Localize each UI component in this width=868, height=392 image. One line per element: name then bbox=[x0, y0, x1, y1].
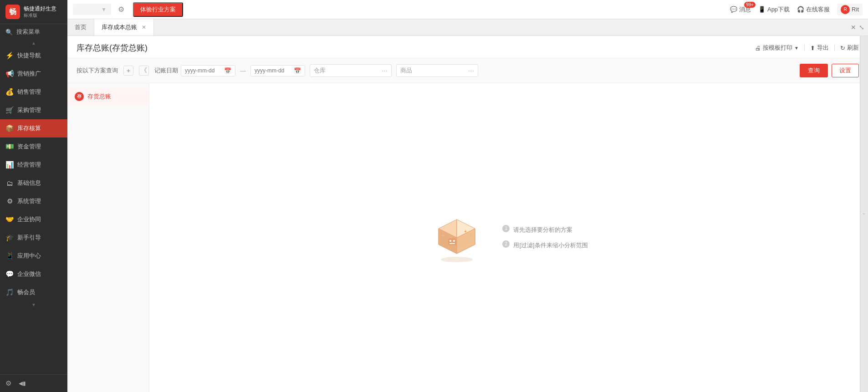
app-logo-icon: 畅 bbox=[5, 5, 20, 19]
sidebar-item-operations[interactable]: 📊 经营管理 bbox=[0, 156, 67, 174]
footer-fold-icon[interactable]: ◀▮ bbox=[19, 380, 26, 387]
sidebar-footer: ⚙ ◀▮ bbox=[0, 374, 67, 392]
system-icon: ⚙ bbox=[5, 197, 14, 205]
sidebar-item-marketing[interactable]: 📢 营销推广 bbox=[0, 65, 67, 83]
scheme-icon: 存 bbox=[75, 92, 84, 101]
tab-close-panel-icon[interactable]: ✕ bbox=[851, 24, 856, 31]
sidebar-item-sales[interactable]: 💰 销售管理 bbox=[0, 83, 67, 101]
sidebar-item-shortcut[interactable]: ⚡ 快捷导航 bbox=[0, 46, 67, 65]
sidebar-item-newguide[interactable]: 🎓 新手引导 bbox=[0, 229, 67, 247]
setting-btn[interactable]: 设置 bbox=[832, 64, 859, 77]
date-end-field[interactable] bbox=[255, 67, 291, 74]
sidebar-item-inventory[interactable]: 📦 库存核算 bbox=[0, 119, 67, 137]
breadcrumb-text bbox=[77, 5, 99, 13]
export-btn[interactable]: ⬆ 导出 bbox=[810, 44, 829, 52]
tab-close-icon[interactable]: ✕ bbox=[142, 24, 146, 31]
operations-icon: 📊 bbox=[5, 161, 14, 169]
header-actions: 🖨 按模板打印 ▼ ⬆ 导出 ↻ 刷新 bbox=[755, 44, 859, 52]
date-label: 记账日期 bbox=[154, 66, 178, 75]
calendar-start-icon[interactable]: 📅 bbox=[224, 67, 231, 74]
svg-point-11 bbox=[442, 234, 444, 236]
sidebar-nav: ▲ ⚡ 快捷导航 📢 营销推广 💰 销售管理 🛒 采购管理 📦 库存核算 💵 资… bbox=[0, 40, 67, 374]
scheme-item-inventory[interactable]: 存 存货总账 bbox=[67, 88, 149, 105]
empty-illustration: ✦ bbox=[429, 210, 484, 265]
topbar: ▼ ⚙ 体验行业方案 💬 消息 99+ 📱 App下载 🎧 在线客服 R Rit bbox=[67, 0, 868, 19]
svg-point-8 bbox=[453, 240, 455, 242]
page-title: 库存总账(存货总账) bbox=[77, 42, 148, 53]
tip-item-1: 1 请先选择要分析的方案 bbox=[502, 224, 587, 236]
topbar-user[interactable]: R Rit bbox=[837, 4, 863, 15]
sidebar-search[interactable]: 🔍 搜索菜单 bbox=[0, 24, 67, 40]
inventory-icon: 📦 bbox=[5, 124, 14, 132]
sidebar-item-basic[interactable]: 🗂 基础信息 bbox=[0, 174, 67, 192]
sidebar-item-member[interactable]: 🎵 畅会员 bbox=[0, 283, 67, 301]
filter-product-field: 商品 ⋯ bbox=[396, 64, 478, 77]
product-label: 商品 bbox=[400, 66, 412, 75]
industry-btn[interactable]: 体验行业方案 bbox=[133, 2, 183, 17]
content-header: 库存总账(存货总账) 🖨 按模板打印 ▼ ⬆ 导出 ↻ 刷新 bbox=[67, 36, 868, 58]
date-separator: — bbox=[240, 67, 246, 74]
app-logo-text: 畅捷通好生意 标准版 bbox=[24, 5, 56, 19]
warehouse-more-icon[interactable]: ⋯ bbox=[382, 67, 388, 74]
online-service-btn[interactable]: 🎧 在线客服 bbox=[797, 5, 830, 14]
sidebar-item-system[interactable]: ⚙ 系统管理 bbox=[0, 192, 67, 210]
main-area: ▼ ⚙ 体验行业方案 💬 消息 99+ 📱 App下载 🎧 在线客服 R Rit bbox=[67, 0, 868, 392]
filter-date-field: 记账日期 📅 — 📅 bbox=[154, 65, 305, 76]
user-avatar: R bbox=[841, 5, 850, 14]
date-start-input[interactable]: 📅 bbox=[181, 65, 235, 76]
search-icon: 🔍 bbox=[5, 29, 13, 36]
shortcut-icon: ⚡ bbox=[5, 51, 14, 60]
divider-2 bbox=[834, 45, 835, 51]
refresh-icon: ↻ bbox=[840, 45, 845, 51]
warehouse-label: 仓库 bbox=[314, 66, 326, 75]
export-icon: ⬆ bbox=[810, 45, 815, 51]
tip-num-1: 1 bbox=[502, 225, 510, 232]
empty-box-svg: ✦ bbox=[429, 210, 484, 265]
svg-point-7 bbox=[449, 240, 451, 242]
enterprise-icon: 🤝 bbox=[5, 215, 14, 224]
sidebar-item-wechat[interactable]: 💬 企业微信 bbox=[0, 265, 67, 283]
refresh-btn[interactable]: ↻ 刷新 bbox=[840, 44, 859, 52]
query-btn[interactable]: 查询 bbox=[800, 64, 828, 77]
topbar-settings-icon[interactable]: ⚙ bbox=[115, 3, 128, 16]
member-icon: 🎵 bbox=[5, 288, 14, 296]
footer-settings-icon[interactable]: ⚙ bbox=[5, 379, 11, 387]
filter-collapse-btn[interactable]: 《 bbox=[139, 66, 149, 76]
date-end-input[interactable]: 📅 bbox=[250, 65, 305, 76]
sales-icon: 💰 bbox=[5, 88, 14, 96]
tab-home[interactable]: 首页 bbox=[67, 19, 94, 36]
sidebar-item-purchase[interactable]: 🛒 采购管理 bbox=[0, 101, 67, 119]
topbar-right: 💬 消息 99+ 📱 App下载 🎧 在线客服 R Rit bbox=[730, 4, 863, 15]
main-panel: ✦ 1 请先选择要分析的方案 2 用[过滤]条件 bbox=[149, 83, 868, 392]
query-actions: 查询 设置 bbox=[800, 64, 859, 77]
print-btn[interactable]: 🖨 按模板打印 ▼ bbox=[755, 44, 799, 52]
right-edge-panel: › bbox=[860, 36, 868, 392]
filter-label: 按以下方案查询 bbox=[77, 66, 118, 75]
date-start-field[interactable] bbox=[185, 67, 221, 74]
calendar-end-icon[interactable]: 📅 bbox=[294, 67, 301, 74]
capital-icon: 💵 bbox=[5, 143, 14, 151]
filter-bar: 按以下方案查询 + 《 记账日期 📅 — 📅 bbox=[67, 58, 868, 83]
filter-add-btn[interactable]: + bbox=[123, 66, 133, 76]
marketing-icon: 📢 bbox=[5, 70, 14, 78]
product-select[interactable]: 商品 ⋯ bbox=[396, 64, 478, 77]
service-icon: 🎧 bbox=[797, 6, 804, 13]
svg-point-12 bbox=[470, 234, 471, 236]
scroll-down-indicator: ▼ bbox=[0, 301, 67, 308]
product-more-icon[interactable]: ⋯ bbox=[468, 67, 474, 74]
app-download-btn[interactable]: 📱 App下载 bbox=[758, 5, 790, 14]
content-area: 库存总账(存货总账) 🖨 按模板打印 ▼ ⬆ 导出 ↻ 刷新 bbox=[67, 36, 868, 392]
sidebar-item-capital[interactable]: 💵 资金管理 bbox=[0, 137, 67, 156]
message-btn[interactable]: 💬 消息 99+ bbox=[730, 5, 751, 14]
print-icon: 🖨 bbox=[755, 45, 761, 51]
sidebar: 畅 畅捷通好生意 标准版 🔍 搜索菜单 ▲ ⚡ 快捷导航 📢 营销推广 💰 销售… bbox=[0, 0, 67, 392]
sidebar-item-enterprise[interactable]: 🤝 企业协同 bbox=[0, 210, 67, 229]
empty-tips: 1 请先选择要分析的方案 2 用[过滤]条件来缩小分析范围 bbox=[502, 224, 587, 251]
divider-1 bbox=[804, 45, 805, 51]
warehouse-select[interactable]: 仓库 ⋯ bbox=[310, 64, 392, 77]
sidebar-item-appcenter[interactable]: 📱 应用中心 bbox=[0, 247, 67, 265]
tab-resize-icon[interactable]: ⤡ bbox=[859, 24, 864, 31]
message-badge: 99+ bbox=[744, 2, 756, 8]
scroll-up-indicator: ▲ bbox=[0, 40, 67, 46]
tab-inventory-ledger[interactable]: 库存成本总账 ✕ bbox=[94, 19, 154, 36]
